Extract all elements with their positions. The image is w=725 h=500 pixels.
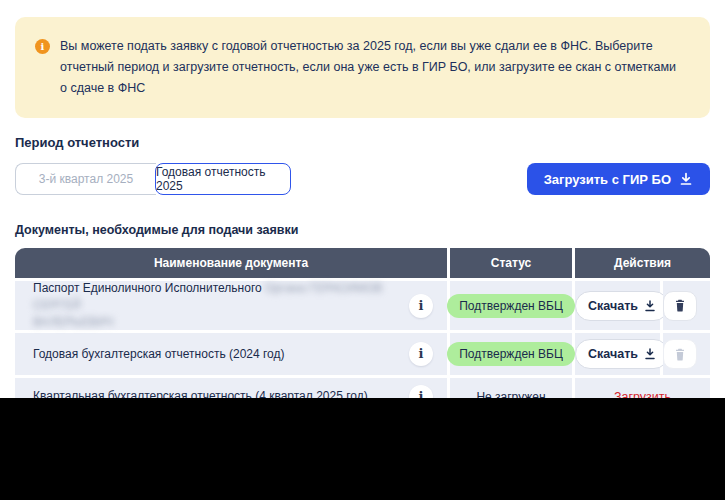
download-icon xyxy=(644,300,656,312)
document-name: Паспорт Единоличного Исполнительного Орг… xyxy=(33,280,401,331)
table-row-passport: Паспорт Единоличного Исполнительного Орг… xyxy=(15,281,710,330)
info-icon[interactable]: i xyxy=(409,294,433,318)
download-button[interactable]: Скачать xyxy=(575,339,669,369)
status-badge: Подтвержден ВБЦ xyxy=(447,294,575,318)
document-name: Годовая бухгалтерская отчетность (2024 г… xyxy=(33,346,285,363)
info-icon: i xyxy=(35,39,50,54)
header-status: Статус xyxy=(450,248,572,278)
header-actions: Действия xyxy=(575,248,710,278)
redacted-text: ВАЛЕРЬЕВИЧ xyxy=(33,315,113,329)
documents-table: Наименование документа Статус Действия П… xyxy=(15,248,710,415)
table-row-annual-report: Годовая бухгалтерская отчетность (2024 г… xyxy=(15,333,710,375)
toggle-annual[interactable]: Годовая отчетность 2025 xyxy=(155,163,291,195)
status-badge: Подтвержден ВБЦ xyxy=(447,342,575,366)
page: i Вы можете подать заявку с годовой отче… xyxy=(0,0,725,500)
toggle-quarter[interactable]: 3-й квартал 2025 xyxy=(15,163,156,195)
period-controls: 3-й квартал 2025 Годовая отчетность 2025… xyxy=(15,163,710,195)
table-header-row: Наименование документа Статус Действия xyxy=(15,248,710,278)
info-banner: i Вы можете подать заявку с годовой отче… xyxy=(15,17,710,118)
documents-section-title: Документы, необходимые для подачи заявки xyxy=(15,223,710,237)
delete-button-disabled[interactable] xyxy=(663,339,697,369)
trash-icon xyxy=(674,348,686,361)
download-icon xyxy=(679,172,693,186)
period-section-title: Период отчетности xyxy=(15,135,710,150)
period-toggle-group: 3-й квартал 2025 Годовая отчетность 2025 xyxy=(15,163,291,195)
black-footer-area xyxy=(0,398,725,500)
trash-icon xyxy=(674,299,686,312)
gir-bo-button-label: Загрузить с ГИР БО xyxy=(544,172,671,187)
gir-bo-download-button[interactable]: Загрузить с ГИР БО xyxy=(527,163,710,195)
info-icon[interactable]: i xyxy=(409,342,433,366)
delete-button[interactable] xyxy=(663,291,697,321)
banner-text: Вы можете подать заявку с годовой отчетн… xyxy=(60,36,682,99)
download-icon xyxy=(644,348,656,360)
header-document-name: Наименование документа xyxy=(15,248,447,278)
download-button[interactable]: Скачать xyxy=(575,291,669,321)
